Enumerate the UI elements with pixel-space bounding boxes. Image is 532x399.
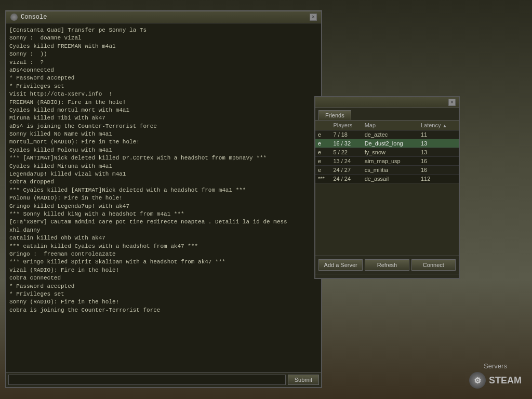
table-row[interactable]: ***24 / 24de_assail112 bbox=[315, 175, 459, 183]
console-line: FREEMAN (RADIO): Fire in the hole! bbox=[9, 99, 318, 107]
servers-titlebar: × bbox=[315, 97, 459, 108]
steam-logo: ⚙ STEAM bbox=[469, 372, 522, 389]
cell-indicator: e bbox=[315, 166, 330, 175]
console-line: * Password accepted bbox=[9, 283, 318, 290]
cell-players: 13 / 24 bbox=[330, 157, 362, 166]
table-row[interactable]: e13 / 24aim_map_usp16 bbox=[315, 157, 459, 166]
resize-handle[interactable] bbox=[315, 274, 459, 278]
servers-buttons: Add a Server Refresh Connect bbox=[315, 256, 459, 274]
console-line: Cyales killed FREEMAN with m4a1 bbox=[9, 43, 318, 50]
servers-window: × Friends Players Map Latency ▲ e7 / 18d… bbox=[314, 96, 460, 279]
console-input[interactable] bbox=[8, 375, 286, 385]
table-header-row: Players Map Latency ▲ bbox=[315, 121, 459, 130]
console-output[interactable]: [Constanta Guad] Transfer pe Sonny la Ts… bbox=[6, 23, 321, 372]
cell-players: 7 / 18 bbox=[330, 130, 362, 139]
console-line: * Privileges set bbox=[9, 290, 318, 298]
console-titlebar: Console × bbox=[6, 11, 321, 23]
console-line: cobra connected bbox=[9, 274, 318, 282]
console-line: Cyales killed mortul_mort with m4a1 bbox=[9, 107, 318, 114]
console-line: [Constanta Guad] Transfer pe Sonny la Ts bbox=[9, 26, 318, 34]
cell-map: aim_map_usp bbox=[362, 157, 418, 166]
console-line: *** Cyales killed [ANTIMAT]Nick deleted … bbox=[9, 187, 318, 194]
col-indicator bbox=[315, 121, 330, 130]
console-line: Gringo killed Legenda7up! with ak47 bbox=[9, 203, 318, 210]
cell-latency: 11 bbox=[418, 130, 459, 139]
console-line: mortul_mort (RADIO): Fire in the hole! bbox=[9, 138, 318, 146]
sort-arrow-icon: ▲ bbox=[443, 123, 447, 128]
servers-label: Servers bbox=[484, 362, 507, 370]
console-line: Sonny killed No Name with m4a1 bbox=[9, 130, 318, 138]
tab-friends[interactable]: Friends bbox=[318, 110, 351, 120]
cell-players: 24 / 27 bbox=[330, 166, 362, 175]
cell-players: 5 / 22 bbox=[330, 148, 362, 157]
console-close-button[interactable]: × bbox=[310, 14, 317, 21]
console-line: Cyales killed Miruna with m4a1 bbox=[9, 163, 318, 170]
cell-map: cs_militia bbox=[362, 166, 418, 175]
console-line: aDs^ is joining the Counter-Terrorist fo… bbox=[9, 123, 318, 130]
cell-map: de_assail bbox=[362, 175, 418, 183]
cell-latency: 13 bbox=[418, 148, 459, 157]
add-server-button[interactable]: Add a Server bbox=[318, 259, 363, 271]
console-submit-button[interactable]: Submit bbox=[288, 375, 319, 385]
servers-close-button[interactable]: × bbox=[448, 99, 456, 106]
console-line: * Password accepted bbox=[9, 74, 318, 82]
console-body: [Constanta Guad] Transfer pe Sonny la Ts… bbox=[6, 23, 321, 387]
cell-players: 16 / 32 bbox=[330, 139, 362, 148]
console-title-left: Console bbox=[10, 14, 47, 21]
console-line: vizal (RADIO): Fire in the hole! bbox=[9, 267, 318, 274]
col-players[interactable]: Players bbox=[330, 121, 362, 130]
console-line: *** Sonny killed kiNg with a headshot fr… bbox=[9, 210, 318, 218]
console-title: Console bbox=[21, 14, 47, 21]
cell-map: fy_snow bbox=[362, 148, 418, 157]
console-line: Miruna killed Tibi with ak47 bbox=[9, 114, 318, 122]
servers-table-body: e7 / 18de_aztec11e16 / 32De_dust2_long13… bbox=[315, 130, 459, 183]
console-line: Sonny (RADIO): Fire in the hole! bbox=[9, 298, 318, 306]
console-line: *** catalin killed Cyales with a headsho… bbox=[9, 243, 318, 250]
servers-table: Players Map Latency ▲ e7 / 18de_aztec11e… bbox=[315, 121, 459, 183]
table-row[interactable]: e24 / 27cs_militia16 bbox=[315, 166, 459, 175]
console-line: cobra dropped bbox=[9, 178, 318, 186]
table-row[interactable]: e7 / 18de_aztec11 bbox=[315, 130, 459, 139]
connect-button[interactable]: Connect bbox=[411, 259, 456, 271]
cell-map: de_aztec bbox=[362, 130, 418, 139]
console-line: Cyales killed Polonu with m4a1 bbox=[9, 147, 318, 154]
console-line: Polonu (RADIO): Fire in the hole! bbox=[9, 194, 318, 202]
steam-small-icon bbox=[10, 14, 18, 21]
console-line: * Privileges set bbox=[9, 83, 318, 90]
cell-latency: 16 bbox=[418, 166, 459, 175]
console-window: Console × [Constanta Guad] Transfer pe S… bbox=[5, 10, 322, 388]
console-line: vizal : ? bbox=[9, 59, 318, 66]
console-line: Sonny : doamne vizal bbox=[9, 34, 318, 42]
steam-icon: ⚙ bbox=[469, 372, 486, 389]
cell-latency: 16 bbox=[418, 157, 459, 166]
console-input-row: Submit bbox=[6, 372, 321, 387]
cell-players: 24 / 24 bbox=[330, 175, 362, 183]
col-latency[interactable]: Latency ▲ bbox=[418, 121, 459, 130]
cell-indicator: e bbox=[315, 139, 330, 148]
refresh-button[interactable]: Refresh bbox=[365, 259, 409, 271]
console-line: Gringo : freeman controleazate bbox=[9, 250, 318, 258]
cell-latency: 13 bbox=[418, 139, 459, 148]
console-line: aDs^connected bbox=[9, 66, 318, 74]
steam-area: Servers ⚙ STEAM bbox=[469, 362, 522, 389]
cell-indicator: e bbox=[315, 130, 330, 139]
console-line: Legenda7up! killed vizal with m4a1 bbox=[9, 170, 318, 178]
cell-indicator: e bbox=[315, 157, 330, 166]
console-line: Visit http://cta-xserv.info ! bbox=[9, 90, 318, 98]
cell-indicator: e bbox=[315, 148, 330, 157]
cell-latency: 112 bbox=[418, 175, 459, 183]
console-line: Sonny : )) bbox=[9, 50, 318, 58]
console-line: catalin killed ohb with ak47 bbox=[9, 234, 318, 242]
table-row[interactable]: e16 / 32De_dust2_long13 bbox=[315, 139, 459, 148]
console-line: [cTa*xServ] Cautam admini care pot tine … bbox=[9, 218, 318, 234]
col-map[interactable]: Map bbox=[362, 121, 418, 130]
cell-map: De_dust2_long bbox=[362, 139, 418, 148]
friends-tabs: Friends bbox=[315, 108, 459, 121]
console-line: *** Gringo killed Spirit Skaliban with a… bbox=[9, 258, 318, 266]
console-line: *** [ANTIMAT]Nick deleted killed Dr.Cort… bbox=[9, 154, 318, 162]
steam-label: STEAM bbox=[489, 375, 522, 386]
console-line: cobra is joining the Counter-Terrorist f… bbox=[9, 307, 318, 314]
cell-indicator: *** bbox=[315, 175, 330, 183]
table-row[interactable]: e5 / 22fy_snow13 bbox=[315, 148, 459, 157]
servers-table-container[interactable]: Players Map Latency ▲ e7 / 18de_aztec11e… bbox=[315, 121, 459, 256]
